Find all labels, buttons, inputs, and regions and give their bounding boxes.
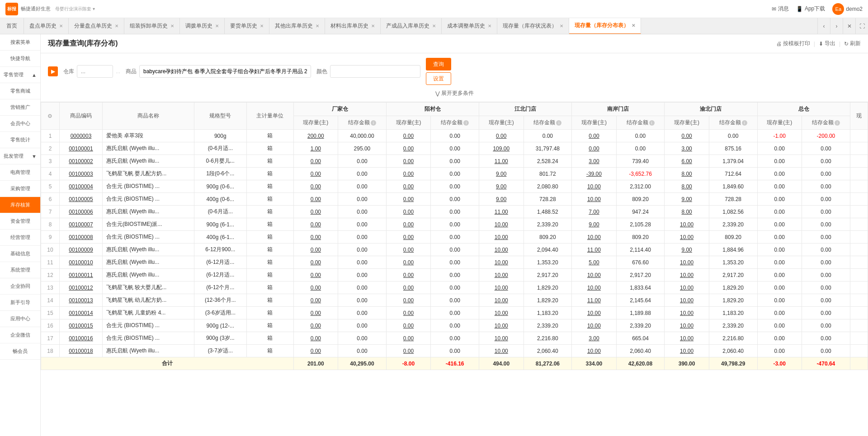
cell-value[interactable]: 10.00 [680, 285, 693, 291]
cell-value[interactable]: 0.00 [403, 133, 414, 139]
cell-value[interactable]: 11.00 [495, 158, 508, 164]
close-icon[interactable]: ✕ [59, 23, 63, 28]
search-toggle-btn[interactable]: ▶ [48, 66, 58, 76]
cell-value[interactable]: 3.00 [681, 145, 692, 152]
cell-value[interactable]: 8.00 [681, 171, 692, 177]
sidebar-item-retail-shop[interactable]: 零售商城 [0, 83, 40, 99]
cell-value[interactable]: 0.00 [311, 158, 321, 164]
cell-value[interactable]: 00100011 [69, 272, 93, 278]
cell-value[interactable]: 10.00 [680, 272, 693, 278]
cell-value[interactable]: 10.00 [680, 310, 693, 316]
settings-btn[interactable]: 设置 [426, 72, 451, 85]
cell-value[interactable]: 10.00 [587, 272, 601, 278]
tab-prev-btn[interactable]: ‹ [817, 18, 830, 34]
cell-value[interactable]: 10.00 [495, 323, 508, 329]
sidebar-item-purchase[interactable]: 采购管理 [0, 181, 40, 197]
cell-value[interactable]: 00100007 [69, 221, 93, 228]
cell-value[interactable]: 10.00 [587, 183, 601, 190]
tab-expand-btn[interactable]: ⛶ [855, 18, 868, 34]
warehouse-dots[interactable]: ... [116, 68, 120, 75]
cell-value[interactable]: 10.00 [495, 234, 508, 240]
cell-value[interactable]: 10.00 [680, 259, 693, 266]
sidebar-item-wholesale[interactable]: 批发管理 ▼ [0, 148, 40, 164]
cell-value[interactable]: 0.00 [403, 247, 414, 253]
cell-value[interactable]: 0.00 [311, 209, 321, 215]
cell-value[interactable]: 10.00 [680, 221, 693, 228]
sidebar-item-retail-stats[interactable]: 零售统计 [0, 132, 40, 148]
cell-value[interactable]: 0.00 [403, 272, 414, 278]
cell-value[interactable]: 10.00 [495, 348, 508, 354]
user-area[interactable]: Ea demo2 [832, 3, 863, 15]
cell-value[interactable]: 0.00 [311, 234, 321, 240]
cell-value[interactable]: 0.00 [311, 297, 321, 304]
cell-value[interactable]: 10.00 [680, 297, 693, 304]
cell-value[interactable]: 10.00 [680, 348, 693, 354]
close-icon[interactable]: ✕ [215, 23, 219, 28]
export-btn[interactable]: ⬇ 导出 [819, 40, 835, 47]
tab-demand[interactable]: 要货单历史 ✕ [225, 18, 269, 34]
cell-value[interactable]: 0.00 [311, 323, 321, 329]
cell-value[interactable]: 0.00 [311, 221, 321, 228]
cell-value[interactable]: 00100015 [69, 323, 93, 329]
cell-value[interactable]: 11.00 [495, 209, 508, 215]
close-icon[interactable]: ✕ [170, 23, 174, 28]
sidebar-item-ecommerce[interactable]: 电商管理 [0, 164, 40, 181]
color-input[interactable] [330, 65, 420, 78]
cell-value[interactable]: 0.00 [403, 310, 414, 316]
cell-value[interactable]: 00100004 [69, 183, 93, 190]
cell-value[interactable]: 0.00 [403, 171, 414, 177]
cell-value[interactable]: 00100002 [69, 158, 93, 164]
cell-value[interactable]: 0.00 [403, 285, 414, 291]
yb-amt-info-icon[interactable]: i [742, 120, 747, 126]
cell-value[interactable]: 0.00 [403, 297, 414, 304]
cell-value[interactable]: 0.00 [311, 183, 321, 190]
cell-value[interactable]: 0.00 [311, 247, 321, 253]
cell-value[interactable]: 6.00 [681, 158, 692, 164]
tab-assembly[interactable]: 组装拆卸单历史 ✕ [124, 18, 180, 34]
close-icon[interactable]: ✕ [632, 23, 635, 28]
tab-close-all-btn[interactable]: ✕ [843, 18, 855, 34]
cell-value[interactable]: 00100018 [69, 348, 93, 354]
cell-value[interactable]: 0.00 [311, 171, 321, 177]
cell-value[interactable]: 10.00 [587, 285, 601, 291]
sidebar-item-finance[interactable]: 资金管理 [0, 213, 40, 230]
cell-value[interactable]: 00100012 [69, 285, 93, 291]
cell-value[interactable]: 9.00 [496, 196, 506, 202]
sidebar-item-inventory[interactable]: 库存核算 [0, 197, 40, 213]
th-gear[interactable]: ⚙ [41, 103, 60, 130]
close-icon[interactable]: ✕ [488, 23, 491, 28]
sidebar-item-operations[interactable]: 经营管理 [0, 230, 40, 246]
cell-value[interactable]: 8.00 [681, 209, 692, 215]
tab-material-out[interactable]: 材料出库单历史 ✕ [325, 18, 381, 34]
cell-value[interactable]: 9.00 [681, 247, 692, 253]
cell-value[interactable]: 0.00 [589, 133, 599, 139]
cell-value[interactable]: 9.00 [496, 171, 506, 177]
mc-amt-info-icon[interactable]: i [463, 120, 469, 126]
cell-value[interactable]: 10.00 [587, 234, 601, 240]
cell-value[interactable]: 10.00 [495, 297, 508, 304]
cell-value[interactable]: 0.00 [403, 323, 414, 329]
cell-value[interactable]: 10.00 [495, 272, 508, 278]
na-amt-info-icon[interactable]: i [649, 120, 655, 126]
cell-value[interactable]: 10.00 [495, 285, 508, 291]
cell-value[interactable]: 0.00 [403, 335, 414, 342]
cell-value[interactable]: 0.00 [403, 145, 414, 152]
cell-value[interactable]: 11.00 [587, 247, 601, 253]
warehouse-input[interactable] [77, 65, 113, 78]
cell-value[interactable]: 0.00 [403, 196, 414, 202]
cell-value[interactable]: 0000003 [71, 133, 92, 139]
cell-value[interactable]: 9.00 [589, 221, 599, 228]
close-icon[interactable]: ✕ [371, 23, 375, 28]
query-btn[interactable]: 查询 [426, 58, 451, 70]
cell-value[interactable]: 9.00 [496, 183, 506, 190]
close-icon[interactable]: ✕ [115, 23, 118, 28]
cell-value[interactable]: 00100006 [69, 209, 93, 215]
cell-value[interactable]: 3.00 [589, 158, 599, 164]
cell-value[interactable]: 0.00 [403, 158, 414, 164]
cell-value[interactable]: 10.00 [587, 323, 601, 329]
cell-value[interactable]: 0.00 [403, 348, 414, 354]
close-icon[interactable]: ✕ [432, 23, 436, 28]
tab-stock-status[interactable]: 现存量（库存状况表） ✕ [497, 18, 569, 34]
cell-value[interactable]: 0.00 [311, 310, 321, 316]
sidebar-item-member[interactable]: 会员中心 [0, 116, 40, 132]
